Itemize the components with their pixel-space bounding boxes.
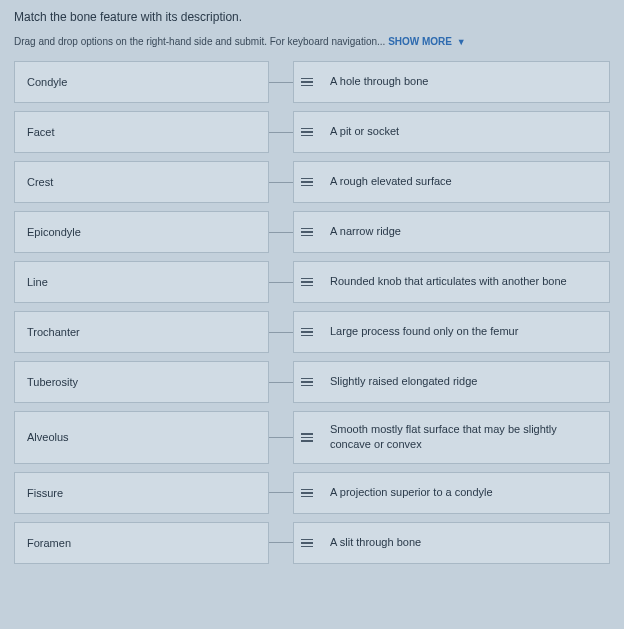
question-title: Match the bone feature with its descript… [14, 10, 610, 24]
description-box[interactable]: Smooth mostly flat surface that may be s… [293, 411, 610, 464]
description-box[interactable]: Rounded knob that articulates with anoth… [293, 261, 610, 303]
show-more-label: SHOW MORE [388, 36, 452, 47]
term-box[interactable]: Epicondyle [14, 211, 269, 253]
connector-line [269, 437, 293, 438]
match-row: Foramen A slit through bone [14, 522, 610, 564]
match-row: Alveolus Smooth mostly flat surface that… [14, 411, 610, 464]
description-text: A rough elevated surface [320, 164, 609, 199]
connector [269, 311, 293, 353]
match-row: Line Rounded knob that articulates with … [14, 261, 610, 303]
connector [269, 522, 293, 564]
description-text: Rounded knob that articulates with anoth… [320, 264, 609, 299]
description-text: A narrow ridge [320, 214, 609, 249]
match-row: Facet A pit or socket [14, 111, 610, 153]
match-row: Condyle A hole through bone [14, 61, 610, 103]
chevron-down-icon: ▼ [457, 37, 466, 47]
matching-container: Condyle A hole through bone Facet A pit … [14, 57, 610, 568]
drag-handle-icon[interactable] [294, 362, 320, 402]
description-box[interactable]: A slit through bone [293, 522, 610, 564]
match-row: Trochanter Large process found only on t… [14, 311, 610, 353]
connector [269, 61, 293, 103]
connector [269, 161, 293, 203]
connector-line [269, 332, 293, 333]
drag-handle-icon[interactable] [294, 312, 320, 352]
term-box[interactable]: Foramen [14, 522, 269, 564]
connector [269, 211, 293, 253]
description-box[interactable]: A hole through bone [293, 61, 610, 103]
connector-line [269, 282, 293, 283]
description-box[interactable]: A narrow ridge [293, 211, 610, 253]
description-text: A slit through bone [320, 525, 609, 560]
description-text: Large process found only on the femur [320, 314, 609, 349]
match-row: Crest A rough elevated surface [14, 161, 610, 203]
connector-line [269, 542, 293, 543]
connector [269, 111, 293, 153]
drag-handle-icon[interactable] [294, 523, 320, 563]
description-text: A pit or socket [320, 114, 609, 149]
drag-handle-icon[interactable] [294, 212, 320, 252]
connector [269, 361, 293, 403]
instructions: Drag and drop options on the right-hand … [14, 36, 610, 47]
drag-handle-icon[interactable] [294, 112, 320, 152]
drag-handle-icon[interactable] [294, 162, 320, 202]
match-row: Fissure A projection superior to a condy… [14, 472, 610, 514]
connector-line [269, 382, 293, 383]
term-box[interactable]: Crest [14, 161, 269, 203]
instructions-text: Drag and drop options on the right-hand … [14, 36, 385, 47]
description-box[interactable]: Large process found only on the femur [293, 311, 610, 353]
description-box[interactable]: A pit or socket [293, 111, 610, 153]
term-box[interactable]: Line [14, 261, 269, 303]
term-box[interactable]: Alveolus [14, 411, 269, 464]
connector [269, 411, 293, 464]
term-box[interactable]: Facet [14, 111, 269, 153]
description-box[interactable]: Slightly raised elongated ridge [293, 361, 610, 403]
description-text: Smooth mostly flat surface that may be s… [320, 412, 609, 463]
description-text: A projection superior to a condyle [320, 475, 609, 510]
drag-handle-icon[interactable] [294, 473, 320, 513]
connector [269, 261, 293, 303]
description-text: A hole through bone [320, 64, 609, 99]
drag-handle-icon[interactable] [294, 412, 320, 463]
connector [269, 472, 293, 514]
connector-line [269, 182, 293, 183]
connector-line [269, 82, 293, 83]
show-more-link[interactable]: SHOW MORE ▼ [388, 36, 466, 47]
connector-line [269, 132, 293, 133]
term-box[interactable]: Fissure [14, 472, 269, 514]
description-text: Slightly raised elongated ridge [320, 364, 609, 399]
drag-handle-icon[interactable] [294, 62, 320, 102]
term-box[interactable]: Tuberosity [14, 361, 269, 403]
match-row: Epicondyle A narrow ridge [14, 211, 610, 253]
term-box[interactable]: Trochanter [14, 311, 269, 353]
match-row: Tuberosity Slightly raised elongated rid… [14, 361, 610, 403]
description-box[interactable]: A projection superior to a condyle [293, 472, 610, 514]
drag-handle-icon[interactable] [294, 262, 320, 302]
term-box[interactable]: Condyle [14, 61, 269, 103]
description-box[interactable]: A rough elevated surface [293, 161, 610, 203]
connector-line [269, 232, 293, 233]
connector-line [269, 492, 293, 493]
